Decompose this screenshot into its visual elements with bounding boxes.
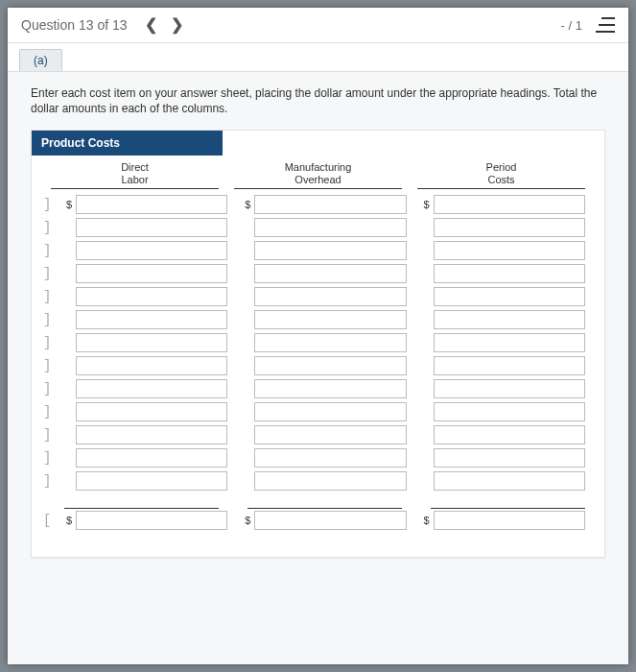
direct-labor-input[interactable] bbox=[76, 195, 227, 214]
question-label: Question 13 of 13 bbox=[21, 17, 128, 33]
dollar-sign: $ bbox=[243, 515, 250, 526]
direct-labor-input[interactable] bbox=[76, 402, 227, 421]
footer-partial-text bbox=[32, 545, 604, 557]
period-costs-input[interactable] bbox=[434, 471, 585, 491]
manufacturing-overhead-input[interactable] bbox=[254, 264, 406, 283]
section-tab-row: (a) bbox=[8, 43, 628, 71]
manufacturing-overhead-input[interactable] bbox=[254, 333, 406, 352]
direct-labor-input[interactable] bbox=[76, 333, 227, 352]
row-bracket: [ bbox=[43, 513, 57, 528]
row-bracket: ] bbox=[43, 312, 57, 327]
answer-sheet: Product Costs DirectLabor ManufacturingO… bbox=[31, 130, 605, 557]
row-bracket: ] bbox=[43, 335, 57, 350]
header-bar: Question 13 of 13 ❮ ❯ - / 1 bbox=[8, 8, 628, 43]
direct-labor-input[interactable] bbox=[76, 425, 227, 444]
direct-labor-input[interactable] bbox=[76, 264, 227, 283]
direct-labor-input[interactable] bbox=[76, 471, 227, 491]
next-button[interactable]: ❯ bbox=[171, 17, 183, 33]
row-bracket: ] bbox=[43, 220, 57, 235]
dollar-sign: $ bbox=[243, 199, 250, 210]
table-row: ]$$$ bbox=[43, 425, 593, 444]
period-costs-input[interactable] bbox=[434, 218, 585, 237]
manufacturing-overhead-input[interactable] bbox=[254, 287, 406, 306]
direct-labor-input[interactable] bbox=[76, 310, 227, 329]
row-bracket: ] bbox=[43, 358, 57, 373]
totals-row-container: [ $ $ $ bbox=[32, 509, 604, 545]
row-bracket: ] bbox=[43, 381, 57, 396]
direct-labor-input[interactable] bbox=[76, 356, 227, 375]
chevron-left-icon: ❮ bbox=[145, 16, 157, 33]
total-period-costs-input[interactable] bbox=[434, 511, 585, 530]
product-costs-header: Product Costs bbox=[32, 131, 223, 156]
row-bracket: ] bbox=[43, 197, 57, 212]
score-display: - / 1 bbox=[561, 18, 582, 33]
content-area: Enter each cost item on your answer shee… bbox=[8, 71, 628, 664]
period-costs-input[interactable] bbox=[434, 448, 585, 468]
manufacturing-overhead-input[interactable] bbox=[254, 402, 406, 421]
instruction-text: Enter each cost item on your answer shee… bbox=[31, 85, 605, 116]
manufacturing-overhead-input[interactable] bbox=[254, 241, 406, 260]
period-costs-input[interactable] bbox=[434, 356, 585, 375]
row-bracket: ] bbox=[43, 404, 57, 420]
table-row: ]$$$ bbox=[43, 287, 593, 306]
table-row: ]$$$ bbox=[43, 379, 593, 398]
period-costs-input[interactable] bbox=[434, 287, 585, 306]
manufacturing-overhead-input[interactable] bbox=[254, 379, 406, 398]
table-row: ]$$$ bbox=[43, 402, 593, 421]
period-costs-input[interactable] bbox=[434, 241, 585, 260]
totals-row: [ $ $ $ bbox=[43, 511, 593, 530]
table-row: ]$$$ bbox=[43, 195, 593, 214]
direct-labor-input[interactable] bbox=[76, 287, 227, 306]
manufacturing-overhead-input[interactable] bbox=[254, 218, 406, 237]
period-costs-input[interactable] bbox=[434, 379, 585, 398]
list-menu-icon[interactable] bbox=[596, 17, 615, 33]
table-row: ]$$$ bbox=[43, 241, 593, 260]
manufacturing-overhead-input[interactable] bbox=[254, 356, 406, 375]
row-bracket: ] bbox=[43, 289, 57, 304]
period-costs-input[interactable] bbox=[434, 425, 585, 444]
period-costs-input[interactable] bbox=[434, 333, 585, 352]
direct-labor-input[interactable] bbox=[76, 218, 227, 237]
total-direct-labor-input[interactable] bbox=[76, 511, 227, 530]
dollar-sign: $ bbox=[422, 199, 430, 210]
dollar-sign: $ bbox=[64, 515, 72, 526]
manufacturing-overhead-input[interactable] bbox=[254, 448, 406, 468]
nav-arrows: ❮ ❯ bbox=[145, 17, 183, 33]
row-bracket: ] bbox=[43, 450, 57, 466]
row-bracket: ] bbox=[43, 427, 57, 443]
period-costs-input[interactable] bbox=[434, 310, 585, 329]
table-row: ]$$$ bbox=[43, 218, 593, 237]
period-costs-input[interactable] bbox=[434, 264, 585, 283]
column-headers: DirectLabor ManufacturingOverhead Period… bbox=[32, 156, 604, 190]
direct-labor-input[interactable] bbox=[76, 448, 227, 468]
input-grid: ]$$$]$$$]$$$]$$$]$$$]$$$]$$$]$$$]$$$]$$$… bbox=[32, 191, 604, 506]
chevron-right-icon: ❯ bbox=[171, 16, 183, 33]
page: Question 13 of 13 ❮ ❯ - / 1 (a) Enter ea… bbox=[8, 8, 628, 664]
row-bracket: ] bbox=[43, 266, 57, 281]
table-row: ]$$$ bbox=[43, 264, 593, 283]
table-row: ]$$$ bbox=[43, 448, 593, 468]
manufacturing-overhead-input[interactable] bbox=[254, 195, 406, 214]
direct-labor-input[interactable] bbox=[76, 241, 227, 260]
table-row: ]$$$ bbox=[43, 333, 593, 352]
direct-labor-input[interactable] bbox=[76, 379, 227, 398]
dollar-sign: $ bbox=[64, 199, 72, 210]
row-bracket: ] bbox=[43, 243, 57, 258]
table-row: ]$$$ bbox=[43, 310, 593, 329]
manufacturing-overhead-input[interactable] bbox=[254, 425, 406, 444]
dollar-sign: $ bbox=[422, 515, 430, 526]
part-a-tab[interactable]: (a) bbox=[19, 49, 62, 71]
manufacturing-overhead-input[interactable] bbox=[254, 310, 406, 329]
total-manufacturing-overhead-input[interactable] bbox=[254, 511, 406, 530]
col-header-direct-labor: DirectLabor bbox=[51, 161, 219, 188]
manufacturing-overhead-input[interactable] bbox=[254, 471, 406, 491]
table-row: ]$$$ bbox=[43, 471, 593, 491]
period-costs-input[interactable] bbox=[434, 195, 585, 214]
table-row: ]$$$ bbox=[43, 356, 593, 375]
col-header-period-costs: PeriodCosts bbox=[417, 161, 585, 188]
row-bracket: ] bbox=[43, 473, 57, 489]
totals-rule bbox=[32, 508, 604, 509]
prev-button[interactable]: ❮ bbox=[145, 17, 157, 33]
col-header-manufacturing-overhead: ManufacturingOverhead bbox=[234, 161, 402, 188]
period-costs-input[interactable] bbox=[434, 402, 585, 421]
